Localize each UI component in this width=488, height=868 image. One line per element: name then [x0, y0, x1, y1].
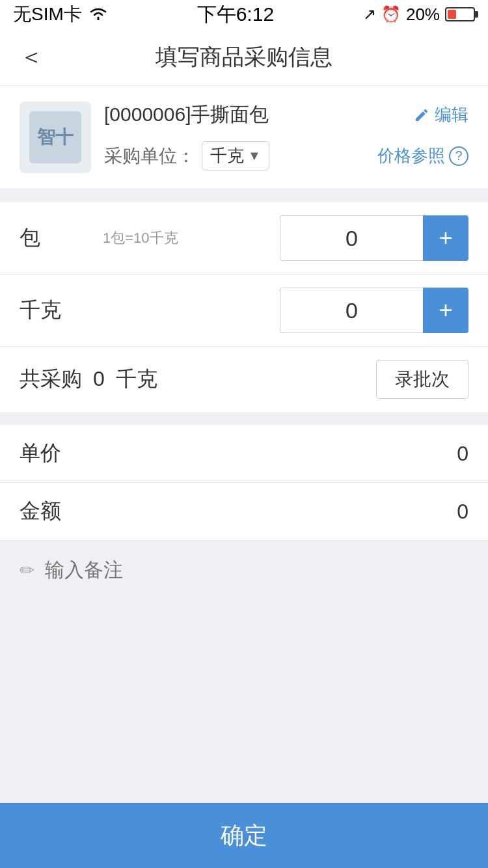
- page-title: 填写商品采购信息: [156, 42, 332, 72]
- bottom-space: [0, 599, 488, 814]
- confirm-button[interactable]: 确定: [0, 803, 488, 868]
- section-divider-1: [0, 189, 488, 202]
- plus-icon-kg: +: [439, 297, 452, 324]
- product-title-row: [0000006]手撕面包 编辑: [104, 102, 468, 128]
- section-divider-2: [0, 412, 488, 425]
- location-icon: ↗: [363, 5, 376, 23]
- summary-unit: 千克: [116, 367, 157, 390]
- status-right: ↗ ⏰ 20%: [363, 5, 475, 25]
- batch-button[interactable]: 录批次: [376, 360, 468, 399]
- notes-input[interactable]: [45, 559, 468, 581]
- chevron-down-icon: ▼: [248, 148, 261, 163]
- plus-icon: +: [439, 224, 452, 252]
- unit-price-row: 单价 0: [0, 425, 488, 483]
- kg-label: 千克: [20, 296, 98, 325]
- unit-price-value: 0: [457, 442, 468, 466]
- kg-input[interactable]: [280, 288, 423, 333]
- product-logo: 智十: [29, 111, 81, 163]
- price-ref-button[interactable]: 价格参照 ?: [377, 144, 468, 167]
- status-bar: 无SIM卡 下午6:12 ↗ ⏰ 20%: [0, 0, 488, 29]
- kg-input-row: 千克 +: [0, 275, 488, 347]
- status-time: 下午6:12: [197, 1, 274, 28]
- product-image: 智十: [20, 102, 91, 173]
- wifi-icon: [88, 4, 108, 25]
- amount-row: 金额 0: [0, 483, 488, 541]
- edit-label: 编辑: [435, 103, 468, 126]
- product-info: [0000006]手撕面包 编辑 采购单位： 千克 ▼ 价格参照 ?: [104, 102, 468, 170]
- status-left: 无SIM卡: [13, 2, 108, 27]
- input-section: 包 1包=10千克 + 千克 +: [0, 202, 488, 347]
- battery-icon: [445, 7, 475, 21]
- kg-input-control: +: [280, 288, 468, 333]
- notes-section[interactable]: ✏: [0, 541, 488, 599]
- battery-percent: 20%: [406, 5, 440, 25]
- kg-plus-button[interactable]: +: [423, 288, 468, 333]
- bag-sub-label: 1包=10千克: [103, 228, 280, 248]
- edit-button[interactable]: 编辑: [414, 103, 468, 126]
- summary-row: 共采购 0 千克 录批次: [0, 347, 488, 412]
- bag-input-row: 包 1包=10千克 +: [0, 202, 488, 275]
- bag-input-control: +: [280, 215, 468, 261]
- unit-price-label: 单价: [20, 439, 61, 468]
- unit-select[interactable]: 千克 ▼: [202, 141, 269, 170]
- bag-label: 包: [20, 224, 98, 252]
- summary-value: 0: [93, 367, 105, 390]
- unit-value: 千克: [210, 144, 244, 167]
- carrier-text: 无SIM卡: [13, 2, 82, 27]
- summary-prefix: 共采购: [20, 367, 82, 390]
- product-name: [0000006]手撕面包: [104, 102, 269, 128]
- amount-value: 0: [457, 500, 468, 524]
- bag-input[interactable]: [280, 215, 423, 261]
- bag-plus-button[interactable]: +: [423, 215, 468, 261]
- product-unit-row: 采购单位： 千克 ▼ 价格参照 ?: [104, 141, 468, 170]
- pencil-icon: ✏: [20, 560, 34, 581]
- summary-text: 共采购 0 千克: [20, 365, 157, 394]
- price-section: 单价 0 金额 0: [0, 425, 488, 541]
- amount-label: 金额: [20, 497, 61, 526]
- product-card: 智十 [0000006]手撕面包 编辑 采购单位： 千克 ▼ 价格参照: [0, 86, 488, 189]
- price-ref-label: 价格参照: [377, 144, 445, 167]
- unit-label: 采购单位：: [104, 144, 195, 169]
- product-logo-text: 智十: [37, 125, 74, 150]
- help-icon: ?: [449, 146, 468, 166]
- nav-bar: ＜ 填写商品采购信息: [0, 29, 488, 86]
- alarm-icon: ⏰: [381, 5, 401, 23]
- back-button[interactable]: ＜: [20, 41, 43, 73]
